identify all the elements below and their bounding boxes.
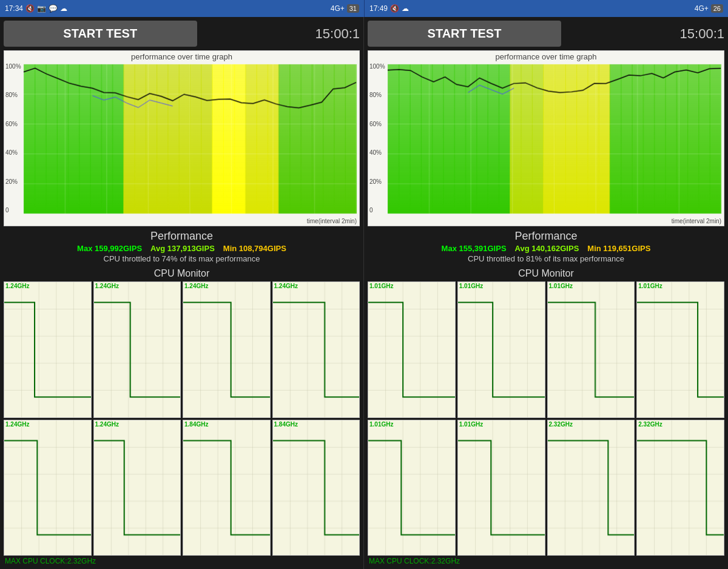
cpu-freq-label: 1.01GHz — [369, 283, 393, 289]
cpu-graph-canvas — [458, 282, 545, 417]
cpu-cell: 1.84GHz — [183, 420, 271, 556]
graph-x-label-left: time(interval 2min) — [307, 218, 357, 224]
cpu-cell: 2.32GHz — [547, 420, 635, 556]
y-label: 20% — [369, 178, 385, 185]
perf-graph-left: performance over time graph 100%80%60%40… — [4, 50, 360, 226]
perf-section-left: Performance Max 159,992GIPS Avg 137,913G… — [4, 230, 360, 266]
y-label: 100% — [5, 63, 21, 70]
top-bar-left: START TEST 15:00:1 — [4, 21, 360, 47]
perf-title-left: Performance — [4, 230, 360, 243]
cpu-cell: 1.24GHz — [4, 281, 92, 418]
cpu-graph-canvas — [4, 420, 91, 556]
timer-left: 15:00:1 — [203, 26, 360, 42]
y-label: 60% — [369, 121, 385, 127]
start-button-right[interactable]: START TEST — [368, 21, 561, 47]
status-right-right: 4G+ 26 — [695, 4, 723, 13]
y-label: 20% — [5, 178, 21, 185]
perf-throttle-left: CPU throttled to 74% of its max performa… — [4, 254, 360, 263]
cpu-freq-label: 1.01GHz — [549, 283, 573, 289]
y-label: 40% — [369, 149, 385, 156]
cpu-graph-canvas — [273, 282, 360, 417]
cpu-freq-label: 1.84GHz — [274, 421, 298, 428]
signal-right: 4G+ — [695, 4, 709, 13]
y-label: 40% — [5, 149, 21, 156]
timer-right: 15:00:1 — [567, 26, 724, 42]
cpu-cell: 1.24GHz — [93, 281, 181, 418]
cpu-cell: 1.24GHz — [272, 281, 360, 418]
cpu-graph-canvas — [637, 420, 724, 556]
status-left-left: 17:34 🔇 📷 💬 ☁ — [5, 4, 67, 13]
time-left: 17:34 — [5, 4, 23, 13]
cpu-cell: 1.01GHz — [457, 281, 545, 418]
cpu-graph-canvas — [548, 282, 635, 417]
cpu-graph-canvas — [94, 420, 181, 556]
camera-icon: 📷 — [37, 4, 46, 13]
cpu-freq-label: 1.24GHz — [274, 283, 298, 289]
cpu-cell: 1.01GHz — [457, 420, 545, 556]
graph-x-label-right: time(interval 2min) — [672, 218, 721, 224]
battery-left: 31 — [347, 4, 359, 13]
battery-right: 26 — [711, 4, 723, 13]
main-panels: START TEST 15:00:1 performance over time… — [0, 17, 728, 569]
y-label: 80% — [5, 92, 21, 98]
graph-canvas-left — [4, 51, 359, 226]
cpu-freq-label: 1.01GHz — [459, 283, 483, 289]
cpu-freq-label: 1.24GHz — [5, 283, 29, 289]
perf-max-left: Max 159,992GIPS — [77, 244, 142, 253]
graph-title-right: performance over time graph — [368, 52, 724, 61]
graph-canvas-right — [368, 51, 724, 226]
status-bars: 17:34 🔇 📷 💬 ☁ 4G+ 31 17:49 🔇 ☁ 4G+ 26 — [0, 0, 728, 17]
cpu-grid-right: 1.01GHz1.01GHz1.01GHz1.01GHz1.01GHz1.01G… — [368, 281, 724, 556]
cpu-freq-label: 2.32GHz — [638, 421, 662, 428]
graph-y-labels-right: 100%80%60%40%20%0 — [369, 63, 385, 214]
cpu-freq-label: 2.32GHz — [549, 421, 573, 428]
cpu-grid-left: 1.24GHz1.24GHz1.24GHz1.24GHz1.24GHz1.24G… — [4, 281, 360, 556]
cpu-freq-label: 1.01GHz — [369, 421, 393, 428]
cpu-monitor-title-left: CPU Monitor — [4, 268, 360, 279]
cpu-cell: 1.24GHz — [4, 420, 92, 556]
cpu-graph-canvas — [368, 420, 455, 556]
panel-right: START TEST 15:00:1 performance over time… — [364, 17, 728, 569]
perf-stats-right: Max 155,391GIPS Avg 140,162GIPS Min 119,… — [368, 244, 724, 253]
graph-title-left: performance over time graph — [4, 52, 359, 61]
cpu-cell: 1.01GHz — [368, 420, 456, 556]
mute-icon: 🔇 — [25, 4, 35, 13]
perf-avg-left: Avg 137,913GIPS — [150, 244, 215, 253]
cpu-graph-canvas — [637, 282, 724, 417]
cpu-graph-canvas — [4, 282, 91, 417]
y-label: 0 — [5, 207, 21, 214]
cpu-graph-canvas — [273, 420, 360, 556]
perf-graph-right: performance over time graph 100%80%60%40… — [368, 50, 724, 226]
cpu-graph-canvas — [183, 420, 270, 556]
y-label: 80% — [369, 92, 385, 98]
perf-avg-right: Avg 140,162GIPS — [515, 244, 579, 253]
top-bar-right: START TEST 15:00:1 — [368, 21, 724, 47]
perf-min-right: Min 119,651GIPS — [587, 244, 650, 253]
time-right: 17:49 — [369, 4, 388, 13]
panel-left: START TEST 15:00:1 performance over time… — [0, 17, 364, 569]
perf-max-right: Max 155,391GIPS — [442, 244, 507, 253]
perf-title-right: Performance — [368, 230, 724, 243]
message-icon: 💬 — [49, 4, 58, 13]
cpu-graph-canvas — [368, 282, 455, 417]
cpu-graph-canvas — [458, 420, 545, 556]
cpu-graph-canvas — [548, 420, 635, 556]
cpu-monitor-title-right: CPU Monitor — [368, 268, 724, 279]
cloud-icon-r: ☁ — [402, 4, 409, 13]
cpu-freq-label: 1.24GHz — [5, 421, 29, 428]
status-left-right: 17:49 🔇 ☁ — [369, 4, 409, 13]
cloud-icon: ☁ — [60, 4, 67, 13]
cpu-cell: 1.01GHz — [547, 281, 635, 418]
signal-left: 4G+ — [331, 4, 345, 13]
max-clock-right: MAX CPU CLOCK:2.32GHz — [368, 557, 724, 565]
cpu-graph-canvas — [94, 282, 181, 417]
y-label: 60% — [5, 121, 21, 127]
cpu-freq-label: 1.24GHz — [184, 283, 208, 289]
cpu-freq-label: 1.24GHz — [95, 283, 119, 289]
cpu-cell: 1.84GHz — [272, 420, 360, 556]
start-button-left[interactable]: START TEST — [4, 21, 197, 47]
cpu-freq-label: 1.24GHz — [95, 421, 119, 428]
perf-throttle-right: CPU throttled to 81% of its max performa… — [368, 254, 724, 263]
cpu-freq-label: 1.01GHz — [459, 421, 483, 428]
cpu-cell: 2.32GHz — [636, 420, 724, 556]
